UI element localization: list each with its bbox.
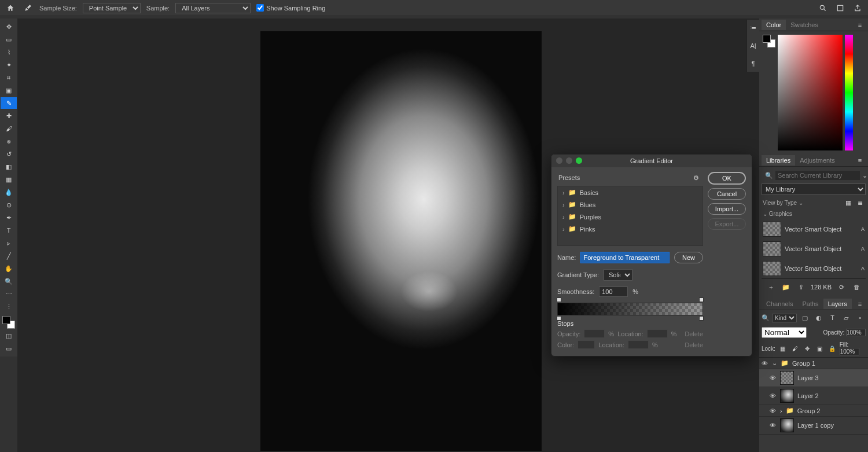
grid-view-icon[interactable]: ▦ — [843, 197, 854, 208]
show-sampling-ring-checkbox[interactable]: Show Sampling Ring — [256, 4, 325, 12]
opacity-input[interactable] — [846, 329, 866, 336]
quick-select-tool[interactable]: ✦ — [1, 59, 17, 71]
ok-button[interactable]: OK — [708, 172, 746, 185]
type-tool[interactable]: T — [1, 225, 17, 236]
upload-icon[interactable]: ⇪ — [795, 281, 807, 293]
tool-preset-icon[interactable] — [22, 2, 34, 14]
history-brush-tool[interactable]: ↺ — [1, 148, 17, 160]
visibility-icon[interactable]: 👁 — [770, 374, 777, 381]
healing-tool[interactable]: ✚ — [1, 110, 17, 122]
filter-adjust-icon[interactable]: ◐ — [813, 312, 825, 324]
layer-item[interactable]: 👁 Layer 3 — [759, 369, 868, 387]
filter-smart-icon[interactable]: ▫ — [854, 312, 866, 324]
panel-menu-icon[interactable]: ≡ — [854, 298, 866, 310]
sample-size-select[interactable]: Point Sample — [83, 3, 141, 13]
view-by-label[interactable]: View by Type ⌄ — [762, 197, 804, 208]
color-stop[interactable] — [557, 316, 561, 321]
add-folder-icon[interactable]: 📁 — [780, 281, 792, 293]
fill-input[interactable] — [840, 348, 859, 355]
chevron-right-icon[interactable]: › — [780, 407, 782, 414]
list-view-icon[interactable]: ≣ — [854, 197, 866, 208]
sample-layers-select[interactable]: All Layers — [175, 3, 251, 13]
character-icon[interactable]: A| — [748, 41, 759, 51]
tab-swatches[interactable]: Swatches — [786, 20, 823, 30]
color-field[interactable] — [778, 35, 843, 150]
panel-menu-icon[interactable]: ≡ — [854, 155, 866, 166]
more-tools[interactable]: ⋯ — [1, 288, 17, 300]
screen-mode-icon[interactable]: ▭ — [1, 343, 17, 354]
lock-image-icon[interactable]: 🖌 — [790, 343, 800, 354]
chevron-down-icon[interactable]: ⌄ — [772, 359, 777, 367]
library-search-input[interactable] — [775, 171, 860, 180]
library-item[interactable]: Vector Smart ObjectA — [762, 259, 866, 278]
chevron-down-icon[interactable]: ⌄ — [862, 172, 867, 179]
edit-toolbar[interactable]: ⋮ — [1, 301, 17, 313]
sync-icon[interactable]: ⟳ — [836, 281, 847, 293]
path-select-tool[interactable]: ▹ — [1, 237, 17, 249]
workspace-icon[interactable] — [834, 2, 846, 14]
lock-all-icon[interactable]: 🔒 — [827, 343, 837, 354]
tab-adjustments[interactable]: Adjustments — [795, 155, 840, 166]
quick-mask-icon[interactable]: ◫ — [1, 330, 17, 341]
preset-folder[interactable]: 📁Blues — [558, 199, 703, 211]
preset-folder[interactable]: 📁Purples — [558, 211, 703, 223]
layer-thumbnail[interactable] — [780, 371, 794, 385]
foreground-color[interactable] — [2, 316, 10, 324]
zoom-tool[interactable]: 🔍 — [1, 275, 17, 287]
clone-stamp-tool[interactable]: ⎈ — [1, 135, 17, 147]
line-tool[interactable]: ╱ — [1, 250, 17, 262]
tab-channels[interactable]: Channels — [762, 299, 797, 309]
tab-color[interactable]: Color — [762, 20, 786, 30]
color-stop[interactable] — [699, 316, 704, 321]
graphics-section[interactable]: ⌄ Graphics — [762, 208, 866, 219]
maximize-icon[interactable] — [576, 157, 582, 164]
panel-menu-icon[interactable]: ≡ — [854, 19, 866, 31]
import-button[interactable]: Import... — [708, 203, 746, 215]
dodge-tool[interactable]: ⊙ — [1, 199, 17, 211]
blend-mode-select[interactable]: Normal — [762, 327, 807, 338]
hue-slider[interactable] — [845, 35, 853, 150]
opacity-stop[interactable] — [699, 297, 704, 302]
visibility-icon[interactable]: 👁 — [770, 407, 777, 414]
presets-list[interactable]: 📁Basics 📁Blues 📁Purples 📁Pinks — [557, 186, 703, 246]
new-button[interactable]: New — [674, 252, 703, 263]
dialog-titlebar[interactable]: Gradient Editor — [551, 155, 752, 167]
gear-icon[interactable]: ⚙ — [690, 172, 702, 183]
search-icon[interactable] — [817, 2, 829, 14]
layer-group[interactable]: 👁 ⌄ 📁 Group 1 — [759, 358, 868, 369]
gradient-preview-bar[interactable] — [557, 303, 703, 315]
layer-item[interactable]: 👁 Layer 1 copy — [759, 417, 868, 435]
filter-shape-icon[interactable]: ▱ — [840, 312, 852, 324]
visibility-icon[interactable]: 👁 — [762, 360, 768, 367]
opacity-stop[interactable] — [557, 297, 561, 302]
lasso-tool[interactable]: ⌇ — [1, 46, 17, 58]
eraser-tool[interactable]: ◧ — [1, 161, 17, 172]
lock-position-icon[interactable]: ✥ — [803, 343, 812, 354]
blur-tool[interactable]: 💧 — [1, 186, 17, 198]
gradient-type-select[interactable]: Solid — [604, 269, 632, 281]
smoothness-input[interactable] — [599, 286, 628, 297]
visibility-icon[interactable]: 👁 — [770, 392, 777, 399]
lock-transparent-icon[interactable]: ▦ — [778, 343, 788, 354]
brush-tool[interactable]: 🖌 — [1, 123, 17, 134]
filter-type-icon[interactable]: T — [827, 312, 838, 324]
color-fg-bg-swatch[interactable] — [763, 35, 775, 47]
tab-layers[interactable]: Layers — [823, 299, 852, 309]
properties-icon[interactable]: ≔ — [748, 23, 759, 33]
preset-folder[interactable]: 📁Pinks — [558, 223, 703, 235]
trash-icon[interactable]: 🗑 — [851, 281, 862, 293]
layer-filter-select[interactable]: Kind — [772, 314, 797, 322]
minimize-icon[interactable] — [566, 157, 572, 164]
preset-folder[interactable]: 📁Basics — [558, 186, 703, 199]
gradient-name-input[interactable] — [580, 252, 670, 263]
library-select[interactable]: My Library — [762, 183, 866, 195]
visibility-icon[interactable]: 👁 — [770, 422, 777, 429]
add-content-icon[interactable]: ＋ — [765, 281, 777, 293]
move-tool[interactable]: ✥ — [1, 21, 17, 32]
frame-tool[interactable]: ▣ — [1, 84, 17, 96]
layer-thumbnail[interactable] — [780, 418, 794, 432]
layer-item[interactable]: 👁 Layer 2 — [759, 387, 868, 405]
rect-marquee-tool[interactable]: ▭ — [1, 34, 17, 45]
library-item[interactable]: Vector Smart ObjectA — [762, 239, 866, 259]
home-icon[interactable] — [5, 2, 16, 14]
